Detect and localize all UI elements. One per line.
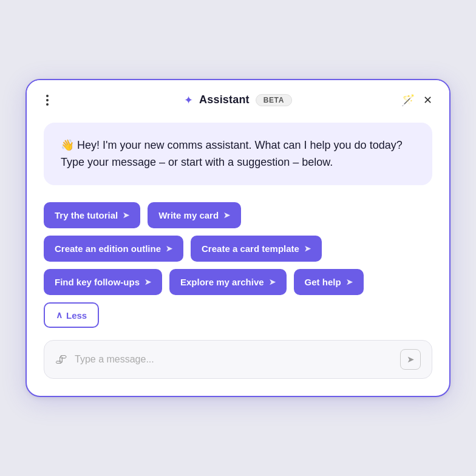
message-input-container: 🖇 ➤ (44, 340, 432, 379)
send-arrow-icon: ➤ (407, 354, 415, 365)
suggestions-row-1: Try the tutorial ➤ Write my card ➤ (44, 202, 432, 228)
get-help-arrow: ➤ (346, 277, 353, 287)
assistant-message-text: 👋 Hey! I'm your new comms assistant. Wha… (61, 137, 415, 171)
close-icon[interactable]: ✕ (423, 95, 432, 106)
chevron-up-icon: ∧ (56, 310, 63, 321)
attach-icon[interactable]: 🖇 (55, 353, 67, 367)
create-template-button[interactable]: Create a card template ➤ (191, 236, 322, 262)
less-label: Less (66, 310, 87, 321)
menu-dots-icon[interactable] (44, 92, 51, 108)
input-area: 🖇 ➤ (27, 328, 449, 379)
create-edition-label: Create an edition outline (55, 243, 161, 254)
chat-area: 👋 Hey! I'm your new comms assistant. Wha… (27, 117, 449, 186)
suggestions-area: Try the tutorial ➤ Write my card ➤ Creat… (27, 202, 449, 328)
send-button[interactable]: ➤ (400, 349, 421, 370)
write-card-button[interactable]: Write my card ➤ (148, 202, 241, 228)
create-edition-arrow: ➤ (166, 244, 172, 253)
suggestions-row-3: Find key follow-ups ➤ Explore my archive… (44, 269, 432, 295)
message-input[interactable] (75, 354, 393, 365)
beta-badge: BETA (256, 94, 292, 106)
assistant-title: Assistant (199, 93, 250, 106)
sparkle-icon: ✦ (184, 93, 193, 107)
get-help-button[interactable]: Get help ➤ (294, 269, 364, 295)
assistant-message-bubble: 👋 Hey! I'm your new comms assistant. Wha… (44, 123, 432, 186)
find-followups-arrow: ➤ (144, 277, 151, 287)
explore-archive-arrow: ➤ (269, 277, 276, 287)
try-tutorial-arrow: ➤ (123, 211, 129, 220)
wand-icon[interactable]: 🪄 (401, 93, 415, 107)
write-card-label: Write my card (158, 210, 219, 220)
create-edition-button[interactable]: Create an edition outline ➤ (44, 236, 183, 262)
find-followups-button[interactable]: Find key follow-ups ➤ (44, 269, 162, 295)
wave-emoji: 👋 (61, 139, 74, 151)
get-help-label: Get help (305, 277, 341, 287)
write-card-arrow: ➤ (223, 211, 230, 220)
create-template-arrow: ➤ (304, 244, 311, 253)
suggestions-row-2: Create an edition outline ➤ Create a car… (44, 236, 432, 262)
titlebar-right: 🪄 ✕ (401, 93, 432, 107)
titlebar-center: ✦ Assistant BETA (184, 93, 292, 107)
try-tutorial-button[interactable]: Try the tutorial ➤ (44, 202, 140, 228)
titlebar-left (44, 92, 51, 108)
create-template-label: Create a card template (202, 243, 299, 254)
explore-archive-label: Explore my archive (180, 277, 264, 287)
find-followups-label: Find key follow-ups (55, 277, 140, 287)
less-button[interactable]: ∧ Less (44, 302, 99, 328)
titlebar: ✦ Assistant BETA 🪄 ✕ (27, 80, 449, 117)
explore-archive-button[interactable]: Explore my archive ➤ (169, 269, 287, 295)
try-tutorial-label: Try the tutorial (55, 210, 118, 220)
assistant-window: ✦ Assistant BETA 🪄 ✕ 👋 Hey! I'm your new… (25, 79, 450, 398)
